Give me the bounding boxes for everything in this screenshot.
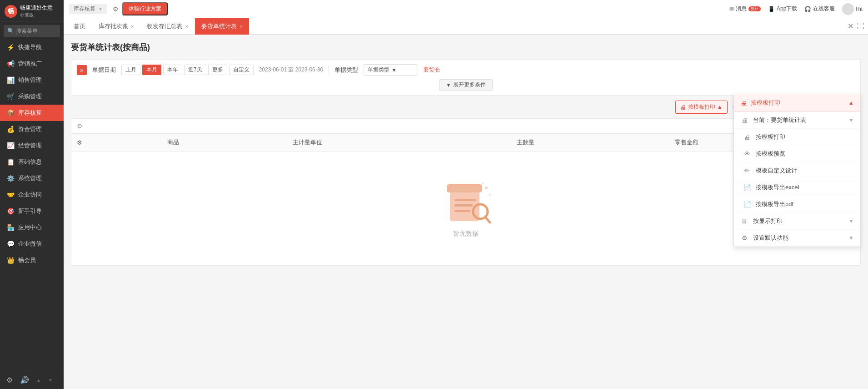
sidebar-item-purchase[interactable]: 🛒 采购管理 bbox=[0, 88, 64, 105]
app-name: 畅康通好生意 bbox=[20, 5, 53, 12]
sidebar-item-finance[interactable]: 💰 资金管理 bbox=[0, 121, 64, 137]
dropdown-default-left: ⚙ 设置默认功能 bbox=[740, 234, 788, 242]
corp-icon: 🤝 bbox=[6, 191, 15, 198]
date-btn-this-month[interactable]: 本月 bbox=[142, 65, 161, 75]
dropdown-title: 按模板打印 bbox=[751, 99, 780, 107]
dropdown-header[interactable]: 🖨 按模板打印 ▲ bbox=[734, 94, 860, 112]
settings-bottom-icon[interactable]: ⚙ bbox=[6, 376, 13, 384]
expand-more-btn[interactable]: ▼ 展开更多条件 bbox=[439, 79, 493, 91]
main-content: 库存核算 ▼ ⚙ 体验行业方案 ✉ 消息 99+ 📱 App下载 🎧 在线客服 … bbox=[64, 0, 868, 389]
sidebar-item-basic[interactable]: 📋 基础信息 bbox=[0, 154, 64, 170]
user-avatar-item[interactable]: Rit bbox=[842, 3, 863, 15]
dropdown-template-design[interactable]: ✏ 模板自定义设计 bbox=[734, 162, 860, 179]
col-qty: 主数量 bbox=[511, 134, 669, 152]
table-gear-icon[interactable]: ⚙ bbox=[77, 122, 83, 130]
sidebar-item-label: 快捷导航 bbox=[18, 43, 42, 51]
promo-button[interactable]: 体验行业方案 bbox=[122, 2, 168, 15]
tab-batch[interactable]: 库存批次账 × bbox=[92, 18, 140, 35]
dropdown-template-excel[interactable]: 📄 按模板导出excel bbox=[734, 179, 860, 196]
dropdown-header-left: 🖨 按模板打印 bbox=[740, 99, 780, 107]
dropdown-template-pdf[interactable]: 📄 按模板导出pdf bbox=[734, 196, 860, 213]
tab-maximize-btn[interactable]: ⛶ bbox=[857, 22, 864, 30]
filter-expand-button[interactable]: » bbox=[77, 65, 87, 75]
sidebar-item-corp[interactable]: 🤝 企业协同 bbox=[0, 187, 64, 203]
breadcrumb[interactable]: 库存核算 ▼ bbox=[69, 4, 107, 14]
operation-icon: 📈 bbox=[6, 142, 15, 149]
dropdown-display-left: 🖥 按显示打印 bbox=[740, 217, 783, 225]
sidebar: 畅 畅康通好生意 标准版 🔍 搜索菜单 ⚡ 快捷导航 📢 营销推广 📊 销售管理… bbox=[0, 0, 64, 389]
date-btn-more[interactable]: 更多 bbox=[208, 65, 227, 75]
dropdown-default-func[interactable]: ⚙ 设置默认功能 ▼ bbox=[734, 230, 860, 247]
breadcrumb-text: 库存核算 bbox=[74, 5, 95, 13]
date-btn-custom[interactable]: 自定义 bbox=[229, 65, 254, 75]
tab-home[interactable]: 首页 bbox=[67, 18, 92, 35]
filter-bar: » 单据日期 上月 本月 本年 近7天 更多 自定义 2023-06-01 至 … bbox=[71, 59, 861, 96]
template-design-label: 模板自定义设计 bbox=[756, 167, 797, 175]
online-support-label: 在线客服 bbox=[813, 5, 835, 13]
tab-order-stats-close[interactable]: × bbox=[239, 24, 242, 29]
sidebar-search[interactable]: 🔍 搜索菜单 bbox=[4, 25, 60, 37]
messages-icon: ✉ bbox=[729, 6, 734, 12]
headset-icon: 🎧 bbox=[804, 6, 811, 12]
dropdown-current-icon: 🖨 bbox=[740, 116, 748, 124]
svg-rect-1 bbox=[447, 184, 482, 192]
member-icon: 👑 bbox=[6, 257, 15, 264]
tab-receivables-close[interactable]: × bbox=[185, 24, 188, 29]
display-print-icon: 🖥 bbox=[740, 217, 748, 225]
cargo-filter-label: 要货仓 bbox=[424, 66, 440, 74]
sidebar-item-sales[interactable]: 📊 销售管理 bbox=[0, 72, 64, 88]
sidebar-item-label: 应用中心 bbox=[18, 223, 42, 232]
sidebar-item-quicknav[interactable]: ⚡ 快捷导航 bbox=[0, 39, 64, 56]
online-support-item[interactable]: 🎧 在线客服 bbox=[804, 5, 835, 13]
printer-icon: 🖨 bbox=[680, 104, 686, 111]
user-avatar bbox=[842, 3, 854, 15]
inventory-icon: 📦 bbox=[6, 109, 15, 116]
print-template-dropdown: 🖨 按模板打印 ▲ 🖨 当前：要货单统计表 ▼ 🖨 按模板打印 👁 bbox=[733, 94, 861, 247]
sidebar-item-marketing[interactable]: 📢 营销推广 bbox=[0, 56, 64, 72]
messages-item[interactable]: ✉ 消息 99+ bbox=[729, 5, 761, 13]
dropdown-template-print[interactable]: 🖨 按模板打印 bbox=[734, 129, 860, 146]
sidebar-item-member[interactable]: 👑 畅会员 bbox=[0, 252, 64, 268]
dropdown-current-item[interactable]: 🖨 当前：要货单统计表 ▼ bbox=[734, 112, 860, 129]
print-template-btn[interactable]: 🖨 按模板打印 ▲ bbox=[675, 101, 728, 114]
svg-rect-2 bbox=[454, 199, 476, 201]
sidebar-item-inventory[interactable]: 📦 库存核算 bbox=[0, 105, 64, 121]
svg-line-6 bbox=[485, 217, 490, 222]
tab-receivables[interactable]: 收发存汇总表 × bbox=[140, 18, 195, 35]
dropdown-display-print[interactable]: 🖥 按显示打印 ▼ bbox=[734, 213, 860, 230]
sidebar-item-operation[interactable]: 📈 经营管理 bbox=[0, 137, 64, 154]
type-filter-select[interactable]: 单据类型 ▼ bbox=[364, 64, 418, 76]
topbar-gear-icon[interactable]: ⚙ bbox=[113, 5, 119, 13]
tab-batch-label: 库存批次账 bbox=[99, 22, 128, 30]
col-gear[interactable]: ⚙ bbox=[71, 134, 162, 152]
template-excel-icon: 📄 bbox=[743, 184, 751, 191]
sidebar-item-wechat[interactable]: 💬 企业微信 bbox=[0, 236, 64, 252]
svg-rect-3 bbox=[454, 204, 473, 207]
sidebar-scroll-up[interactable]: ▲ bbox=[36, 378, 41, 383]
col-unit: 主计量单位 bbox=[287, 134, 511, 152]
dropdown-template-preview[interactable]: 👁 按模板预览 bbox=[734, 146, 860, 162]
app-download-item[interactable]: 📱 App下载 bbox=[768, 5, 797, 13]
tabs-bar: 首页 库存批次账 × 收发存汇总表 × 要货单统计表 × ✕ ⛶ bbox=[64, 18, 868, 35]
tab-batch-close[interactable]: × bbox=[131, 24, 134, 29]
display-print-label: 按显示打印 bbox=[753, 217, 783, 225]
sidebar-item-label: 销售管理 bbox=[18, 76, 42, 84]
page-title: 要货单统计表(按商品) bbox=[71, 42, 861, 53]
volume-bottom-icon[interactable]: 🔊 bbox=[20, 376, 29, 384]
messages-badge: 99+ bbox=[748, 6, 761, 11]
date-btn-7days[interactable]: 近7天 bbox=[184, 65, 206, 75]
sidebar-item-apps[interactable]: 🏪 应用中心 bbox=[0, 219, 64, 236]
expand-down-icon: ▼ bbox=[446, 82, 451, 88]
sidebar-scroll-down[interactable]: ▼ bbox=[48, 378, 53, 383]
tab-order-stats[interactable]: 要货单统计表 × bbox=[195, 18, 249, 35]
sidebar-item-label: 采购管理 bbox=[18, 92, 42, 101]
tab-close-window-btn[interactable]: ✕ bbox=[848, 22, 853, 30]
sidebar-item-system[interactable]: ⚙️ 系统管理 bbox=[0, 170, 64, 187]
template-print-icon: 🖨 bbox=[743, 133, 751, 141]
tab-order-stats-label: 要货单统计表 bbox=[201, 22, 237, 30]
sidebar-item-guide[interactable]: 🎯 新手引导 bbox=[0, 203, 64, 219]
date-btn-this-year[interactable]: 本年 bbox=[163, 65, 182, 75]
template-preview-icon: 👁 bbox=[743, 150, 751, 157]
date-btn-last-month[interactable]: 上月 bbox=[121, 65, 140, 75]
dropdown-header-chevron: ▲ bbox=[848, 100, 854, 106]
